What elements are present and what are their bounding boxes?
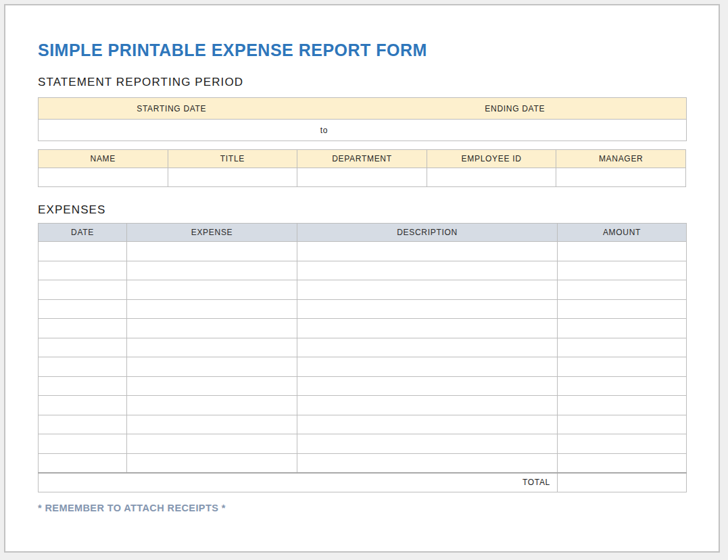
date-range-separator: to [305,120,344,141]
expense-description-input-cell[interactable] [297,261,558,280]
expense-description-input-cell[interactable] [297,338,558,357]
total-label-cell: TOTAL [39,473,558,492]
expense-date-input-cell[interactable] [39,319,127,338]
expense-amount-input-cell[interactable] [558,376,687,396]
expense-name-input-cell[interactable] [127,338,297,357]
expense-name-input-cell[interactable] [127,453,297,473]
title-input-cell[interactable] [168,168,297,187]
section-heading-expenses: EXPENSES [38,203,686,217]
expense-row [39,280,687,300]
expense-description-input-cell[interactable] [297,299,558,319]
column-header-expense: EXPENSE [127,224,297,242]
expense-date-input-cell[interactable] [39,376,127,396]
department-input-cell[interactable] [297,168,427,187]
expense-date-input-cell[interactable] [39,396,127,415]
manager-input-cell[interactable] [556,168,686,187]
employee-info-header-row: NAME TITLE DEPARTMENT EMPLOYEE ID MANAGE… [39,150,686,168]
expense-amount-input-cell[interactable] [558,280,687,300]
document-content: SIMPLE PRINTABLE EXPENSE REPORT FORM STA… [38,5,686,513]
expense-name-input-cell[interactable] [127,415,297,434]
total-amount-input-cell[interactable] [558,473,687,492]
expense-row [39,338,687,357]
expense-amount-input-cell[interactable] [558,338,687,357]
expenses-header-row: DATE EXPENSE DESCRIPTION AMOUNT [39,224,687,242]
expense-amount-input-cell[interactable] [558,396,687,415]
expense-row [39,319,687,338]
page-title: SIMPLE PRINTABLE EXPENSE REPORT FORM [38,41,686,59]
expense-date-input-cell[interactable] [39,338,127,357]
expense-name-input-cell[interactable] [127,396,297,415]
expense-row [39,261,687,280]
column-header-employee-id: EMPLOYEE ID [427,150,556,168]
expense-description-input-cell[interactable] [297,396,558,415]
expense-row [39,242,687,261]
column-header-department: DEPARTMENT [297,150,427,168]
expense-date-input-cell[interactable] [39,415,127,434]
expense-amount-input-cell[interactable] [558,242,687,261]
expense-date-input-cell[interactable] [39,261,127,280]
attach-receipts-note: * REMEMBER TO ATTACH RECEIPTS * [38,503,686,513]
reporting-period-value-row: to [39,120,687,141]
expense-row [39,434,687,454]
column-header-ending-date: ENDING DATE [344,98,687,120]
expense-amount-input-cell[interactable] [558,415,687,434]
expense-name-input-cell[interactable] [127,299,297,319]
expense-row [39,376,687,396]
employee-info-value-row [39,168,686,187]
employee-id-input-cell[interactable] [427,168,556,187]
document-page: SIMPLE PRINTABLE EXPENSE REPORT FORM STA… [4,4,720,553]
expense-name-input-cell[interactable] [127,376,297,396]
expense-description-input-cell[interactable] [297,357,558,377]
expenses-table: DATE EXPENSE DESCRIPTION AMOUNT TOTAL [38,223,687,492]
expense-description-input-cell[interactable] [297,376,558,396]
expense-amount-input-cell[interactable] [558,319,687,338]
expense-amount-input-cell[interactable] [558,357,687,377]
expense-row [39,415,687,434]
expense-description-input-cell[interactable] [297,319,558,338]
total-row: TOTAL [39,473,687,492]
expense-date-input-cell[interactable] [39,280,127,300]
name-input-cell[interactable] [39,168,168,187]
expense-date-input-cell[interactable] [39,299,127,319]
column-header-spacer [305,98,344,120]
expense-name-input-cell[interactable] [127,357,297,377]
expense-date-input-cell[interactable] [39,434,127,454]
ending-date-input-cell[interactable] [344,120,687,141]
expense-name-input-cell[interactable] [127,242,297,261]
column-header-date: DATE [39,224,127,242]
expense-amount-input-cell[interactable] [558,434,687,454]
expense-row [39,396,687,415]
column-header-starting-date: STARTING DATE [39,98,305,120]
expense-description-input-cell[interactable] [297,415,558,434]
expense-rows [39,242,687,473]
employee-info-table: NAME TITLE DEPARTMENT EMPLOYEE ID MANAGE… [38,149,686,187]
expense-amount-input-cell[interactable] [558,261,687,280]
column-header-description: DESCRIPTION [297,224,558,242]
expense-amount-input-cell[interactable] [558,299,687,319]
starting-date-input-cell[interactable] [39,120,305,141]
expense-row [39,453,687,473]
reporting-period-header-row: STARTING DATE ENDING DATE [39,98,687,120]
expense-name-input-cell[interactable] [127,434,297,454]
expense-amount-input-cell[interactable] [558,453,687,473]
column-header-amount: AMOUNT [558,224,687,242]
expense-name-input-cell[interactable] [127,319,297,338]
expense-description-input-cell[interactable] [297,453,558,473]
expense-row [39,299,687,319]
column-header-name: NAME [39,150,168,168]
expense-date-input-cell[interactable] [39,242,127,261]
column-header-title: TITLE [168,150,297,168]
expense-name-input-cell[interactable] [127,261,297,280]
expense-description-input-cell[interactable] [297,280,558,300]
section-heading-reporting-period: STATEMENT REPORTING PERIOD [38,76,686,89]
expense-description-input-cell[interactable] [297,242,558,261]
expense-row [39,357,687,377]
expense-description-input-cell[interactable] [297,434,558,454]
column-header-manager: MANAGER [556,150,686,168]
reporting-period-table: STARTING DATE ENDING DATE to [38,97,687,141]
expense-date-input-cell[interactable] [39,357,127,377]
expense-name-input-cell[interactable] [127,280,297,300]
expense-date-input-cell[interactable] [39,453,127,473]
